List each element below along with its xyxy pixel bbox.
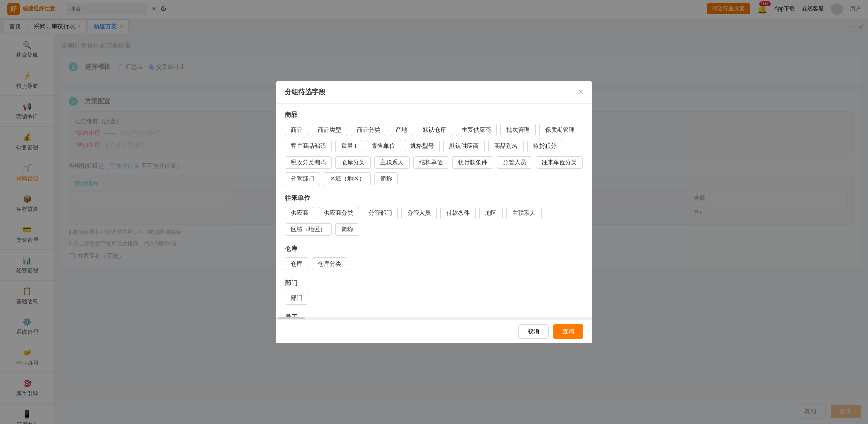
field-tag-default-warehouse[interactable]: 默认仓库: [417, 124, 452, 136]
field-tag-region-area2[interactable]: 区域（地区）: [285, 223, 332, 236]
field-tag-expiry-mgmt[interactable]: 保质期管理: [539, 124, 580, 136]
field-tag-spec-model[interactable]: 规格型号: [405, 140, 440, 152]
section-department-tags: 部门: [285, 292, 583, 305]
field-tag-region-product[interactable]: 区域（地区）: [324, 172, 371, 185]
field-tag-weight3[interactable]: 重量3: [335, 140, 362, 152]
modal-confirm-button[interactable]: 查询: [553, 324, 583, 339]
field-select-modal: 分组待选字段 × 商品 商品 商品类型 商品分类 产地 默认仓库 主要供应商 批…: [276, 81, 592, 343]
section-counterpart: 往来单位 供应商 供应商分类 分管部门 分管人员 付款条件 地区 主联系人 区域…: [285, 194, 583, 236]
section-department-title: 部门: [285, 279, 583, 287]
field-tag-warehouse-cat[interactable]: 仓库分类: [312, 257, 347, 270]
section-warehouse: 仓库 仓库 仓库分类: [285, 245, 583, 270]
field-tag-settlement-unit[interactable]: 结算单位: [413, 156, 448, 169]
field-tag-region2[interactable]: 地区: [479, 207, 503, 219]
field-tag-abbr2[interactable]: 简称: [335, 223, 359, 236]
section-product: 商品 商品 商品类型 商品分类 产地 默认仓库 主要供应商 批次管理 保质期管理…: [285, 111, 583, 185]
field-tag-supplier-category[interactable]: 供应商分类: [318, 207, 359, 219]
section-counterpart-title: 往来单位: [285, 194, 583, 202]
modal-body: 商品 商品 商品类型 商品分类 产地 默认仓库 主要供应商 批次管理 保质期管理…: [276, 104, 592, 317]
field-tag-origin[interactable]: 产地: [390, 124, 413, 136]
field-tag-warehouse-category[interactable]: 仓库分类: [335, 156, 371, 169]
modal-cancel-button[interactable]: 取消: [518, 324, 549, 339]
field-tag-manager2[interactable]: 分管人员: [401, 207, 437, 219]
field-tag-tax-code[interactable]: 税收分类编码: [285, 156, 332, 169]
field-tag-product-alias[interactable]: 商品别名: [488, 140, 524, 152]
field-tag-supplier[interactable]: 供应商: [285, 207, 314, 219]
field-tag-product-category[interactable]: 商品分类: [351, 124, 386, 136]
field-tag-main-contact2[interactable]: 主联系人: [506, 207, 542, 219]
section-warehouse-title: 仓库: [285, 245, 583, 253]
field-tag-batch-mgmt[interactable]: 批次管理: [500, 124, 536, 136]
field-tag-default-supplier[interactable]: 默认供应商: [443, 140, 485, 152]
modal-title: 分组待选字段: [285, 88, 326, 96]
field-tag-main-contact[interactable]: 主联系人: [374, 156, 410, 169]
field-tag-dept[interactable]: 分管部门: [285, 172, 320, 185]
section-employee-title: 员工: [285, 314, 583, 317]
field-tag-product[interactable]: 商品: [285, 124, 308, 136]
field-tag-retail-unit[interactable]: 零售单位: [366, 140, 401, 152]
section-counterpart-tags: 供应商 供应商分类 分管部门 分管人员 付款条件 地区 主联系人 区域（地区） …: [285, 207, 583, 236]
field-tag-abbr-product[interactable]: 简称: [374, 172, 398, 185]
field-tag-warehouse[interactable]: 仓库: [285, 257, 308, 270]
field-tag-payment-terms[interactable]: 收付款条件: [452, 156, 493, 169]
section-product-tags: 商品 商品类型 商品分类 产地 默认仓库 主要供应商 批次管理 保质期管理 客户…: [285, 124, 583, 185]
field-tag-points[interactable]: 炼货积分: [527, 140, 562, 152]
section-employee: 员工 业务员: [285, 314, 583, 317]
field-tag-payment-terms2[interactable]: 付款条件: [440, 207, 476, 219]
field-tag-partner-category[interactable]: 往来单位分类: [536, 156, 583, 169]
field-tag-customer-code[interactable]: 客户商品编码: [285, 140, 332, 152]
section-department: 部门 部门: [285, 279, 583, 305]
modal-close-button[interactable]: ×: [578, 87, 583, 97]
field-tag-manager[interactable]: 分管人员: [497, 156, 532, 169]
modal-footer: 取消 查询: [276, 319, 592, 343]
field-tag-department[interactable]: 部门: [285, 292, 308, 305]
field-tag-main-supplier[interactable]: 主要供应商: [456, 124, 497, 136]
modal-overlay: 分组待选字段 × 商品 商品 商品类型 商品分类 产地 默认仓库 主要供应商 批…: [0, 0, 868, 424]
field-tag-product-type[interactable]: 商品类型: [312, 124, 347, 136]
section-product-title: 商品: [285, 111, 583, 119]
section-warehouse-tags: 仓库 仓库分类: [285, 257, 583, 270]
field-tag-dept2[interactable]: 分管部门: [363, 207, 398, 219]
modal-header: 分组待选字段 ×: [276, 81, 592, 104]
